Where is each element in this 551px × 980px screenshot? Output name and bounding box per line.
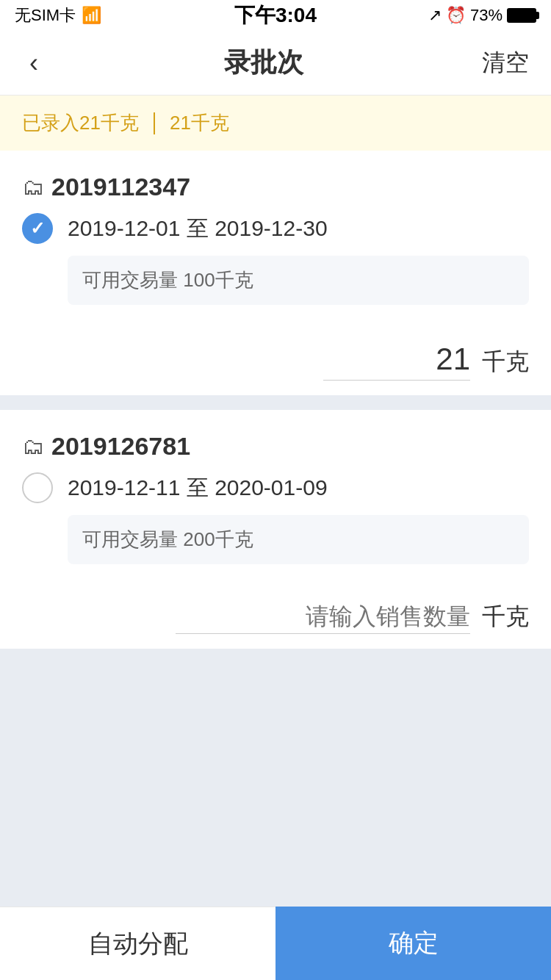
- batch1-id: 2019112347: [51, 173, 190, 201]
- back-button[interactable]: ‹: [22, 40, 46, 86]
- status-time: 下午3:04: [234, 1, 317, 29]
- batch2-id: 2019126781: [51, 432, 190, 461]
- batch1-header: 🗂 2019112347: [22, 173, 529, 201]
- batch1-doc-icon: 🗂: [22, 175, 44, 200]
- grey-area: [0, 649, 551, 943]
- batch1-qty-unit: 千克: [482, 346, 529, 378]
- batch2-available: 可用交易量 200千克: [68, 515, 529, 564]
- status-bar: 无SIM卡 📶 下午3:04 ↗ ⏰ 73%: [0, 0, 551, 31]
- batch2-input-row: 千克: [0, 586, 551, 649]
- batch2-header: 🗂 2019126781: [22, 432, 529, 461]
- confirm-button[interactable]: 确定: [276, 907, 551, 980]
- alarm-icon: ⏰: [446, 6, 466, 25]
- batch1-qty-value: 21: [436, 342, 470, 376]
- batch2-radio[interactable]: [22, 472, 53, 503]
- section-separator: [0, 395, 551, 410]
- batch2-date-range: 2019-12-11 至 2020-01-09: [68, 473, 328, 503]
- content-area: 已录入21千克 21千克 🗂 2019112347 2019-12-01 至 2…: [0, 96, 551, 943]
- status-right: ↗ ⏰ 73%: [428, 6, 536, 25]
- batch2-row: 2019-12-11 至 2020-01-09: [22, 472, 529, 503]
- batch2-doc-icon: 🗂: [22, 434, 44, 459]
- auto-distribute-button[interactable]: 自动分配: [0, 907, 276, 980]
- batch1-qty-row: 21 千克: [0, 327, 551, 395]
- status-left: 无SIM卡 📶: [15, 4, 101, 26]
- batch2-card: 🗂 2019126781 2019-12-11 至 2020-01-09 可用交…: [0, 410, 551, 586]
- batch1-available: 可用交易量 100千克: [68, 256, 529, 305]
- info-divider: [154, 112, 155, 134]
- batch1-date-range: 2019-12-01 至 2019-12-30: [68, 214, 328, 244]
- carrier-text: 无SIM卡: [15, 4, 76, 26]
- wifi-icon: 📶: [82, 6, 101, 25]
- batch2-input-wrapper[interactable]: [176, 603, 470, 634]
- clear-button[interactable]: 清空: [482, 47, 529, 79]
- batch1-row: 2019-12-01 至 2019-12-30: [22, 213, 529, 244]
- location-icon: ↗: [428, 6, 442, 25]
- info-banner: 已录入21千克 21千克: [0, 96, 551, 151]
- batch1-qty-display: 21: [323, 342, 470, 381]
- batch2-qty-input[interactable]: [176, 603, 470, 630]
- recorded-text: 已录入21千克: [22, 110, 139, 136]
- page-title: 录批次: [224, 45, 303, 81]
- batch1-radio[interactable]: [22, 213, 53, 244]
- nav-bar: ‹ 录批次 清空: [0, 31, 551, 96]
- batch2-unit: 千克: [482, 601, 529, 633]
- batch1-card: 🗂 2019112347 2019-12-01 至 2019-12-30 可用交…: [0, 151, 551, 327]
- battery-icon: [507, 8, 536, 23]
- bottom-bar: 自动分配 确定: [0, 907, 551, 980]
- total-text: 21千克: [170, 110, 229, 136]
- battery-percent: 73%: [470, 6, 503, 25]
